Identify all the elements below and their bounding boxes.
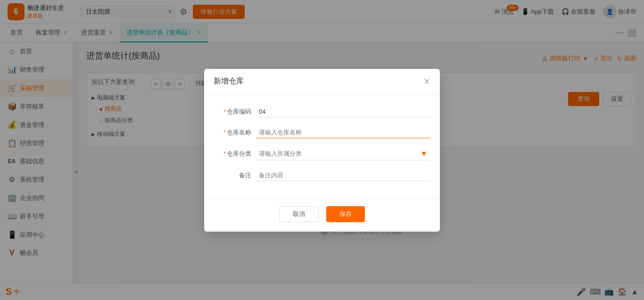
form-code-label: *仓库编码 bbox=[214, 108, 256, 116]
new-warehouse-modal: 新增仓库 ✕ *仓库编码 *仓库名称 *仓库分类 bbox=[204, 69, 440, 232]
form-remark-label: 备注 bbox=[214, 171, 256, 180]
cancel-button[interactable]: 取消 bbox=[279, 206, 319, 222]
warehouse-remark-input[interactable] bbox=[256, 170, 430, 181]
warehouse-category-input[interactable] bbox=[259, 150, 420, 157]
modal-footer: 取消 保存 bbox=[204, 198, 440, 232]
form-row-category: *仓库分类 ▼ bbox=[214, 148, 430, 160]
form-row-code: *仓库编码 bbox=[214, 106, 430, 117]
form-row-remark: 备注 bbox=[214, 170, 430, 181]
warehouse-name-input[interactable] bbox=[256, 127, 430, 138]
modal-title: 新增仓库 bbox=[214, 76, 244, 86]
modal-body: *仓库编码 *仓库名称 *仓库分类 ▼ bbox=[204, 95, 440, 198]
form-category-label: *仓库分类 bbox=[214, 150, 256, 158]
form-name-label: *仓库名称 bbox=[214, 128, 256, 137]
modal-overlay: 新增仓库 ✕ *仓库编码 *仓库名称 *仓库分类 bbox=[0, 0, 644, 300]
form-row-name: *仓库名称 bbox=[214, 127, 430, 138]
modal-header: 新增仓库 ✕ bbox=[204, 69, 440, 95]
save-button[interactable]: 保存 bbox=[326, 206, 365, 222]
category-dropdown-icon: ▼ bbox=[420, 150, 428, 158]
modal-close-icon[interactable]: ✕ bbox=[423, 76, 430, 87]
warehouse-code-input[interactable] bbox=[256, 106, 430, 117]
warehouse-category-select[interactable]: ▼ bbox=[256, 148, 430, 160]
